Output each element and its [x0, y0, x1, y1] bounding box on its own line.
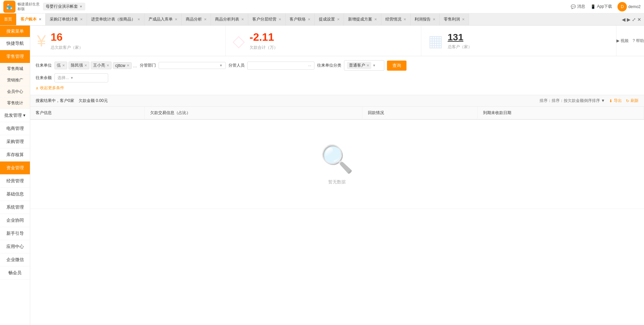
- sidebar-item-inventory[interactable]: 库存核算: [0, 148, 30, 161]
- sidebar-item-member2[interactable]: 畅会员: [0, 266, 30, 280]
- tab-customer-book[interactable]: 客户账本 ✕: [16, 13, 46, 25]
- tab-purchase-order-stats[interactable]: 采购订单统计表 ✕: [46, 13, 87, 25]
- collapse-button[interactable]: ∧ 收起更多条件: [36, 85, 639, 91]
- balance-select[interactable]: 选择... ▼: [54, 73, 108, 82]
- refresh-icon: ↻: [626, 99, 629, 103]
- sidebar-item-retail[interactable]: 零售管理: [0, 50, 30, 63]
- user-profile[interactable]: D demo2: [617, 2, 641, 11]
- chevron-down-icon[interactable]: ▼: [601, 98, 605, 103]
- tab-retail-profit[interactable]: 零售利润 ✕: [440, 13, 469, 25]
- more-tags[interactable]: ...: [133, 63, 137, 68]
- staff-select[interactable]: ···: [247, 62, 314, 70]
- app-download-button[interactable]: 📱 App下载: [591, 4, 612, 9]
- close-icon[interactable]: ✕: [241, 17, 244, 21]
- tab-prev-icon[interactable]: ◀: [622, 17, 626, 22]
- sidebar-item-wechat[interactable]: 企业微信: [0, 253, 30, 266]
- export-button[interactable]: ⬇ 导出: [609, 98, 622, 104]
- department-select[interactable]: ▼: [159, 62, 226, 69]
- close-icon[interactable]: ✕: [374, 17, 377, 21]
- refresh-button[interactable]: ↻ 刷新: [626, 98, 639, 104]
- empty-icon: 🔍: [320, 143, 354, 175]
- close-icon[interactable]: ✕: [337, 17, 340, 21]
- close-icon[interactable]: ✕: [80, 17, 83, 21]
- empty-row: 🔍 暂无数据: [30, 119, 644, 209]
- tab-promote-settings[interactable]: 提成设置 ✕: [315, 13, 344, 25]
- sidebar-item-purchase[interactable]: 采购管理: [0, 135, 30, 148]
- help-button[interactable]: ? 帮助: [633, 38, 644, 44]
- sidebar-item-app-center[interactable]: 应用中心: [0, 240, 30, 253]
- col-debt-info: 欠款交易信息（占比）: [145, 107, 362, 119]
- remove-tag-wu[interactable]: ✕: [62, 64, 65, 67]
- tab-operation-status[interactable]: 经营情况 ✕: [381, 13, 411, 25]
- unit-type-label: 往来单位分类: [317, 63, 341, 68]
- tab-next-icon[interactable]: ▶: [627, 17, 631, 22]
- tab-customer-contact[interactable]: 客户联络 ✕: [286, 13, 315, 25]
- close-icon[interactable]: ✕: [462, 17, 465, 21]
- close-icon[interactable]: ✕: [403, 17, 406, 21]
- tab-goods-stats[interactable]: 进货单统计表（按商品） ✕: [87, 13, 144, 25]
- tab-new-promote[interactable]: 新增提成方案 ✕: [344, 13, 381, 25]
- header-right: 💬 消息 📱 App下载 D demo2: [571, 2, 641, 11]
- close-icon[interactable]: ✕: [308, 17, 310, 21]
- sidebar-item-basic-info[interactable]: 基础信息: [0, 188, 30, 201]
- query-button[interactable]: 查询: [387, 61, 406, 71]
- chevron-down-icon: ▼: [373, 64, 376, 67]
- stat-customers: ¥ 16 总欠款客户（家）: [30, 26, 226, 56]
- col-repay-info: 回款情况: [362, 107, 477, 119]
- sidebar: 搜索菜单 快捷导航 零售管理 零售商城 营销推广 会员中心 零售统计 批发管理 …: [0, 26, 30, 325]
- remove-tag-cj[interactable]: ✕: [127, 64, 129, 67]
- logo-text: 畅捷通好生意 标版: [17, 2, 40, 11]
- sidebar-item-wholesale[interactable]: 批发管理 ▾: [0, 109, 30, 122]
- tab-close-all-icon[interactable]: ✕: [637, 17, 641, 22]
- stat-amount-icon: ◇: [232, 31, 245, 50]
- close-icon[interactable]: ✕: [137, 17, 140, 21]
- sidebar-item-system[interactable]: 系统管理: [0, 201, 30, 214]
- stat-total-icon: ▦: [428, 31, 443, 50]
- tab-goods-analysis-list[interactable]: 商品分析列表 ✕: [211, 13, 248, 25]
- sidebar-item-retail-stats[interactable]: 零售统计: [0, 98, 30, 109]
- sidebar-item-member[interactable]: 会员中心: [0, 86, 30, 98]
- close-icon[interactable]: ✕: [433, 17, 435, 21]
- sidebar-item-finance[interactable]: 资金管理: [0, 161, 30, 175]
- chevron-up-icon: ∧: [36, 86, 39, 91]
- remove-tag-chen[interactable]: ✕: [84, 64, 87, 67]
- messages-button[interactable]: 💬 消息: [571, 4, 585, 9]
- close-icon[interactable]: ✕: [204, 17, 207, 21]
- tab-expand-icon[interactable]: ⤢: [632, 17, 636, 22]
- tab-customer-tier[interactable]: 客户分层经营 ✕: [248, 13, 286, 25]
- sidebar-item-enterprise[interactable]: 企业协同: [0, 214, 30, 227]
- close-icon[interactable]: ✕: [278, 17, 281, 21]
- video-button[interactable]: ▶ 视频: [616, 38, 629, 44]
- stat-total-text: 131 总客户（家）: [448, 32, 472, 50]
- stat-amount: ◇ -2.11 欠款合计（万）: [226, 26, 421, 56]
- remove-tag-wang[interactable]: ✕: [106, 64, 109, 67]
- sidebar-search-label[interactable]: 搜索菜单: [0, 26, 30, 37]
- sidebar-item-quick-nav[interactable]: 快捷导航: [0, 37, 30, 50]
- tab-profit-report[interactable]: 利润报告 ✕: [411, 13, 440, 25]
- sidebar-item-new-guide[interactable]: 新手引导: [0, 227, 30, 240]
- sidebar-item-marketing[interactable]: 营销推广: [0, 75, 30, 86]
- industry-selector[interactable]: 母婴行业演示帐套 ▼: [43, 3, 85, 10]
- stat-customers-number: 16: [51, 31, 83, 43]
- video-help: ▶ 视频 ? 帮助: [616, 38, 644, 44]
- close-icon[interactable]: ✕: [175, 17, 177, 21]
- tab-home[interactable]: 首页: [0, 13, 16, 25]
- department-label: 分管部门: [140, 63, 156, 68]
- close-icon[interactable]: ✕: [39, 17, 41, 21]
- table-header-row: 客户信息 欠款交易信息（占比） 回款情况 到期未收款日期: [30, 107, 644, 119]
- remove-unit-type-tag[interactable]: ✕: [367, 64, 369, 67]
- col-customer-info: 客户信息: [30, 107, 145, 119]
- unit-label: 往来单位: [36, 63, 52, 68]
- tab-produce-stock[interactable]: 产成品入库单 ✕: [144, 13, 182, 25]
- sidebar-item-retail-mall[interactable]: 零售商城: [0, 63, 30, 75]
- filter-row-2: 往来余额 选择... ▼: [36, 73, 639, 82]
- tab-goods-analysis[interactable]: 商品分析 ✕: [182, 13, 211, 25]
- empty-state: 🔍 暂无数据: [36, 123, 639, 205]
- unit-type-select[interactable]: 普通客户 ✕ ▼: [344, 60, 384, 71]
- sidebar-item-ecommerce[interactable]: 电商管理: [0, 122, 30, 135]
- result-summary: 搜索结果中，客户0家 欠款金额 0.00元: [36, 98, 108, 104]
- filter-area: 往来单位 伍 ✕ 陈民强 ✕ 王小亮 ✕ cjttcw: [30, 56, 644, 95]
- sidebar-item-operations[interactable]: 经营管理: [0, 175, 30, 188]
- stat-amount-number: -2.11: [250, 31, 278, 43]
- chevron-down-icon: ▼: [219, 64, 223, 67]
